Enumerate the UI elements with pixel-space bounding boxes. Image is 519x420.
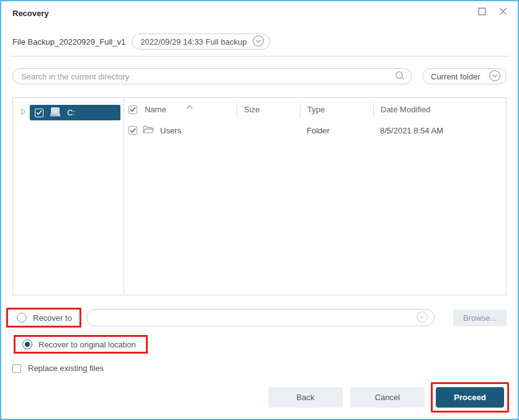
maximize-icon <box>478 7 486 17</box>
expand-arrow-icon[interactable] <box>20 108 26 117</box>
drive-icon <box>49 107 61 119</box>
recover-original-label: Recover to original location <box>38 340 136 349</box>
tree-item-c-drive[interactable]: C: <box>30 105 120 120</box>
chevron-down-circle-icon <box>489 69 501 84</box>
recover-to-row: Recover to Browse... <box>6 308 507 328</box>
recover-original-row: Recover to original location <box>14 335 148 354</box>
recover-to-annotation-box: Recover to <box>6 308 81 328</box>
window-controls <box>477 7 509 17</box>
file-list-pane: Name Size Type Date Modified <box>124 98 506 295</box>
recover-to-radio[interactable] <box>17 313 27 323</box>
tree-item-label: C: <box>67 108 75 117</box>
column-header-size[interactable]: Size <box>237 101 300 118</box>
column-label-size: Size <box>244 105 260 114</box>
row-name: Users <box>160 126 181 135</box>
cancel-button[interactable]: Cancel <box>350 387 425 408</box>
backup-name-label: File Backup_20220929_Full_v1 <box>12 37 125 47</box>
replace-files-checkbox[interactable] <box>12 364 21 373</box>
dialog-title: Recovery <box>12 7 49 18</box>
replace-files-row: Replace existing files <box>12 364 104 373</box>
browse-button[interactable]: Browse... <box>453 310 507 326</box>
header-separator <box>10 56 509 56</box>
recovery-dialog: Recovery File Backup_20220929_Full_v1 20… <box>0 0 519 420</box>
search-scope-value: Current folder <box>431 72 480 81</box>
file-browser: C: Name Size Typ <box>12 97 507 295</box>
search-field <box>12 68 412 84</box>
close-button[interactable] <box>498 7 508 17</box>
row-name-cell: Users <box>124 125 237 136</box>
c-drive-checkbox[interactable] <box>35 109 43 117</box>
recover-path-field <box>86 309 435 326</box>
backup-version-value: 2022/09/29 14:33 Full backup <box>140 37 246 47</box>
backup-selection-row: File Backup_20220929_Full_v1 2022/09/29 … <box>12 34 270 50</box>
file-list-header: Name Size Type Date Modified <box>124 98 506 121</box>
column-header-name[interactable]: Name <box>124 101 237 118</box>
select-all-checkbox[interactable] <box>129 105 137 114</box>
folder-icon <box>143 125 155 136</box>
recover-to-label: Recover to <box>33 313 72 323</box>
chevron-down-circle-icon <box>252 35 264 49</box>
recover-original-annotation-box: Recover to original location <box>14 335 148 354</box>
recover-path-input[interactable] <box>94 313 416 323</box>
search-row: Current folder <box>12 68 507 84</box>
back-button[interactable]: Back <box>268 387 343 408</box>
proceed-button[interactable]: Proceed <box>436 387 504 408</box>
column-label-name: Name <box>145 105 166 114</box>
column-header-type[interactable]: Type <box>300 101 373 118</box>
recover-original-radio[interactable] <box>22 339 32 349</box>
search-icon[interactable] <box>394 70 405 83</box>
maximize-button[interactable] <box>477 7 487 17</box>
drive-tree-pane: C: <box>13 98 124 295</box>
proceed-annotation-box: Proceed <box>431 382 509 413</box>
sort-ascending-icon <box>186 102 193 111</box>
column-header-date-modified[interactable]: Date Modified <box>373 101 506 118</box>
row-checkbox[interactable] <box>129 126 137 135</box>
close-icon <box>499 7 507 17</box>
backup-version-dropdown[interactable]: 2022/09/29 14:33 Full backup <box>132 34 270 50</box>
title-bar: Recovery <box>12 7 509 18</box>
search-scope-dropdown[interactable]: Current folder <box>422 68 507 84</box>
row-date-modified: 8/5/2021 8:54 AM <box>373 126 506 135</box>
replace-files-label: Replace existing files <box>28 364 104 373</box>
chevron-down-circle-icon <box>416 311 428 325</box>
search-input[interactable] <box>21 72 394 81</box>
column-label-date-modified: Date Modified <box>381 105 430 114</box>
row-type: Folder <box>300 126 373 135</box>
tree-row-c-drive: C: <box>13 105 124 120</box>
column-label-type: Type <box>307 105 325 114</box>
table-row[interactable]: Users Folder 8/5/2021 8:54 AM <box>124 121 506 140</box>
footer-buttons: Back Cancel Proceed <box>268 382 509 413</box>
